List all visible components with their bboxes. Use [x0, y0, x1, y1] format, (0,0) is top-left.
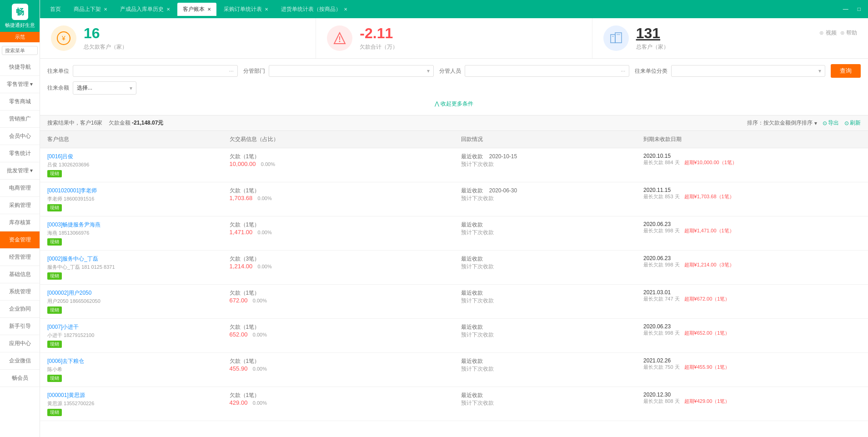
sidebar-item-finance[interactable]: 资金管理 — [0, 231, 40, 249]
customer-cell-3: [0002]服务中心_丁磊 服务中心_丁磊 181 0125 8371 现销 — [40, 251, 222, 285]
balance-select[interactable]: 选择... ▾ — [73, 81, 136, 95]
sidebar-item-app-center[interactable]: 应用中心 — [0, 335, 40, 352]
refresh-btn[interactable]: ⊙ 刷新 — [844, 119, 861, 127]
customer-phone-4: 用户2050 18665062050 — [47, 298, 215, 305]
overdue-link-1[interactable]: 超期¥1,703.68（1笔） — [684, 194, 734, 199]
collapse-filter-btn[interactable]: ⋀ 收起更多条件 — [47, 98, 861, 110]
overdue-info-2: 最长欠款 998 天 超期¥1,471.00（1笔） — [643, 227, 861, 234]
sidebar-item-member-center[interactable]: 会员中心 — [0, 128, 40, 145]
overdue-link-7[interactable]: 超期¥429.00（1笔） — [684, 398, 730, 404]
collapse-up-icon: ⋀ — [435, 100, 439, 107]
sidebar-item-enterprise-collab[interactable]: 企业协同 — [0, 301, 40, 318]
sidebar-item-wholesale-mgmt[interactable]: 批发管理 ▾ — [0, 162, 40, 180]
tab-product-listing[interactable]: 商品上下架 ✕ — [68, 3, 113, 16]
tab-production-history[interactable]: 产成品入库单历史 ✕ — [115, 3, 176, 16]
customer-tag-0: 现销 — [47, 170, 62, 177]
sidebar-item-new-guide[interactable]: 新手引导 — [0, 318, 40, 335]
sidebar-item-marketing[interactable]: 营销推广 — [0, 111, 40, 128]
sidebar-item-ecommerce[interactable]: 电商管理 — [0, 180, 40, 197]
tab-close-product-listing[interactable]: ✕ — [104, 7, 107, 12]
query-button[interactable]: 查询 — [831, 64, 861, 78]
sort-select[interactable]: 排序：按欠款金额倒序排序 ▾ — [747, 119, 817, 127]
svg-rect-6 — [615, 33, 622, 43]
tab-close-production-history[interactable]: ✕ — [166, 7, 170, 12]
video-help-btn[interactable]: ⊙ 视频 — [819, 29, 836, 37]
dept-select[interactable]: ▾ — [269, 65, 434, 77]
search-input[interactable] — [2, 46, 38, 55]
stat-content-total-customers: 131 总客户（家） — [636, 25, 669, 51]
customer-tag-3: 现销 — [47, 272, 62, 280]
customer-name-3[interactable]: [0002]服务中心_丁磊 — [47, 255, 215, 263]
tab-purchase-order-stats[interactable]: 采购订单统计表 ✕ — [218, 3, 274, 16]
sidebar-search-container — [0, 42, 40, 59]
customer-name-1[interactable]: [0001020001]李老师 — [47, 187, 215, 195]
recent-payment-label-2: 最近收款 — [461, 221, 629, 229]
sidebar-item-inventory[interactable]: 库存核算 — [0, 214, 40, 231]
sidebar-item-system-mgmt[interactable]: 系统管理 — [0, 283, 40, 301]
customer-cell-5: [0007]小进干 小进干 18279152100 现销 — [40, 319, 222, 353]
table-row: [000002]用户2050 用户2050 18665062050 现销 欠款（… — [40, 285, 868, 319]
unit-category-select[interactable]: ▾ — [671, 65, 825, 77]
brand-label[interactable]: 示范 — [0, 32, 40, 42]
customer-tag-2: 现销 — [47, 238, 62, 246]
overdue-link-5[interactable]: 超期¥652.00（1笔） — [684, 330, 730, 336]
overdue-link-2[interactable]: 超期¥1,471.00（1笔） — [684, 228, 734, 233]
recent-payment-label-5: 最近收款 — [461, 323, 629, 331]
help-btn[interactable]: ⊙ 帮助 — [840, 29, 857, 37]
col-header-customer: 客户信息 — [40, 131, 222, 148]
customer-phone-6: 陈小希 — [47, 366, 215, 373]
tab-home[interactable]: 首页 — [45, 3, 66, 16]
customer-name-0[interactable]: [0016]吕俊 — [47, 153, 215, 161]
person-dots-icon[interactable]: ··· — [621, 68, 625, 74]
customer-tag-4: 现销 — [47, 306, 62, 314]
stat-number-total-customers: 131 — [636, 25, 669, 41]
sidebar-item-retail-mall[interactable]: 零售商城 — [0, 93, 40, 111]
sidebar-logo[interactable]: 畅 畅捷通好生意 — [0, 0, 40, 32]
customer-cell-4: [000002]用户2050 用户2050 18665062050 现销 — [40, 285, 222, 319]
recent-payment-label-6: 最近收款 — [461, 357, 629, 365]
tab-close-customer-account[interactable]: ✕ — [207, 7, 211, 12]
results-bar: 搜索结果中，客户16家 欠款金额 -21,148.07元 排序：按欠款金额倒序排… — [40, 116, 868, 131]
sidebar-item-quick-nav[interactable]: 快捷导航 — [0, 59, 40, 76]
recovery-cell-0: 最近收款 2020-10-15 预计下次收款 — [454, 148, 636, 182]
debt-cell-5: 欠款（1笔） 652.00 0.00% — [222, 319, 454, 353]
overdue-link-4[interactable]: 超期¥672.00（1笔） — [684, 296, 730, 301]
sidebar-item-purchase-mgmt[interactable]: 采购管理 — [0, 197, 40, 214]
customer-name-2[interactable]: [0003]畅捷服务尹海燕 — [47, 221, 215, 229]
overdue-link-6[interactable]: 超期¥455.90（1笔） — [684, 364, 730, 370]
overdue-date-3: 2020.06.23 — [643, 255, 861, 261]
customer-name-6[interactable]: [0006]去下粮仓 — [47, 357, 215, 365]
logo-icon: 畅 — [12, 4, 28, 20]
customer-cell-2: [0003]畅捷服务尹海燕 海燕 18513066976 现销 — [40, 216, 222, 251]
window-maximize-btn[interactable]: □ — [855, 5, 863, 13]
debt-cell-3: 欠款（3笔） 1,214.00 0.00% — [222, 251, 454, 285]
customer-name-7[interactable]: [000001]黄思源 — [47, 392, 215, 399]
export-btn[interactable]: ⊙ 导出 — [823, 119, 839, 127]
sidebar-item-retail-stats[interactable]: 零售统计 — [0, 145, 40, 162]
debt-amount-7: 429.00 0.00% — [230, 399, 447, 406]
sidebar-item-business-mgmt[interactable]: 经营管理 — [0, 249, 40, 266]
sidebar-item-basic-info[interactable]: 基础信息 — [0, 266, 40, 283]
source-unit-dots-icon[interactable]: ··· — [229, 68, 234, 74]
customer-name-4[interactable]: [000002]用户2050 — [47, 289, 215, 297]
overdue-link-3[interactable]: 超期¥1,214.00（3笔） — [684, 262, 734, 267]
window-minimize-btn[interactable]: — — [840, 5, 851, 13]
source-unit-input[interactable]: ··· — [73, 65, 238, 77]
person-input[interactable]: ··· — [465, 65, 630, 77]
tab-close-purchase-order-stats[interactable]: ✕ — [265, 7, 268, 12]
sidebar-nav: 快捷导航 零售管理 ▾ 零售商城 营销推广 会员中心 零售统计 批发管理 ▾ 电… — [0, 59, 40, 437]
table-row: [0002]服务中心_丁磊 服务中心_丁磊 181 0125 8371 现销 欠… — [40, 251, 868, 285]
tab-close-inventory-stats[interactable]: ✕ — [344, 7, 347, 12]
col-header-debt: 欠交易信息（占比） — [222, 131, 454, 148]
sidebar-item-enterprise-wechat[interactable]: 企业微信 — [0, 352, 40, 370]
tab-inventory-stats[interactable]: 进货单统计表（按商品） ✕ — [276, 3, 353, 16]
tab-customer-account[interactable]: 客户账本 ✕ — [177, 3, 216, 16]
sidebar-item-retail-mgmt[interactable]: 零售管理 ▾ — [0, 76, 40, 93]
sidebar-item-free-member[interactable]: 畅会员 — [0, 370, 40, 387]
next-payment-label-2: 预计下次收款 — [461, 229, 629, 236]
overdue-link-0[interactable]: 超期¥10,000.00（1笔） — [684, 160, 737, 165]
table-row: [000001]黄思源 黄思源 13552700226 现销 欠款（1笔） 42… — [40, 387, 868, 421]
stat-content-debt-total: -2.11 欠款合计（万） — [360, 25, 398, 51]
customer-tag-5: 现销 — [47, 341, 62, 348]
customer-name-5[interactable]: [0007]小进干 — [47, 323, 215, 331]
